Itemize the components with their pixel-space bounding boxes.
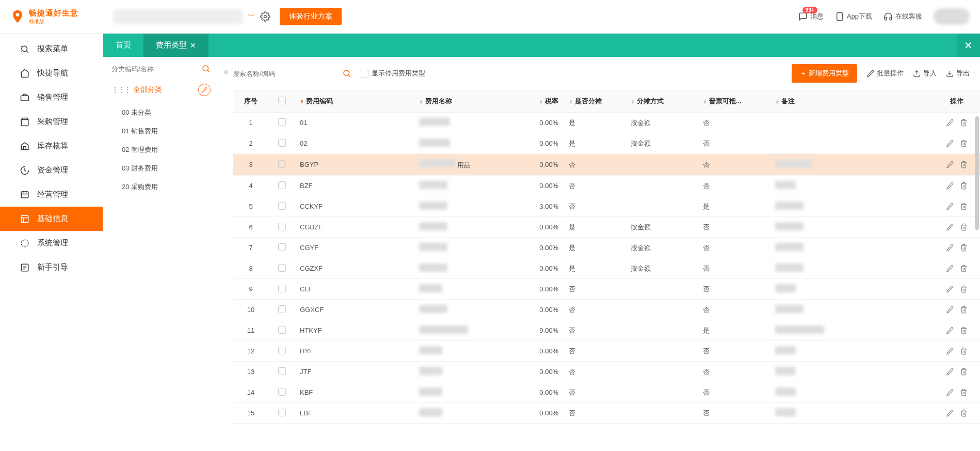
col-name[interactable]: ▲▼费用名称 [414,90,517,113]
edit-row-button[interactable] [946,203,954,210]
edit-row-button[interactable] [946,326,954,334]
checkbox-icon[interactable] [278,409,286,416]
table-row[interactable]: 6CGBZF0.00%是按金额否 [233,217,980,238]
cell-checkbox[interactable] [269,279,295,300]
delete-row-button[interactable] [960,161,968,168]
delete-row-button[interactable] [960,368,968,376]
col-seq[interactable]: 序号 [233,90,269,113]
delete-row-button[interactable] [960,265,968,272]
cell-checkbox[interactable] [269,341,295,362]
close-all-tabs[interactable]: ✕ [957,34,980,57]
table-row[interactable]: 8CGZXF0.00%是按金额否 [233,258,980,279]
tab-expense-type[interactable]: 费用类型 ✕ [143,34,208,57]
cell-checkbox[interactable] [269,196,295,217]
checkbox-icon[interactable] [278,305,286,313]
table-search[interactable] [233,69,351,78]
cell-checkbox[interactable] [269,403,295,424]
sidebar-item-business[interactable]: 经营管理 [0,182,103,207]
cell-checkbox[interactable] [269,176,295,196]
sidebar-item-basic-info[interactable]: 基础信息 [0,207,103,231]
col-code[interactable]: ▲▼费用编码 [295,90,414,113]
checkbox-icon[interactable] [278,243,286,251]
edit-row-button[interactable] [946,139,954,147]
category-item[interactable]: 01 销售费用 [103,122,219,141]
checkbox-icon[interactable] [278,388,286,396]
cell-checkbox[interactable] [269,133,295,154]
checkbox-icon[interactable] [278,367,286,375]
edit-row-button[interactable] [946,347,954,355]
edit-row-button[interactable] [946,265,954,272]
edit-row-button[interactable] [946,306,954,314]
table-row[interactable]: 1010.00%是按金额否 [233,113,980,133]
table-row[interactable]: 10GGXCF0.00%否否 [233,300,980,320]
gear-icon[interactable] [260,11,270,22]
table-row[interactable]: 13JTF0.00%否否 [233,362,980,382]
delete-row-button[interactable] [960,285,968,293]
col-share[interactable]: ▲▼是否分摊 [564,90,625,113]
tenant-selector[interactable]: ﹀ [114,9,255,24]
table-row[interactable]: 14KBF0.00%否否 [233,382,980,403]
edit-category-button[interactable] [198,84,211,96]
sidebar-item-quick-nav[interactable]: 快捷导航 [0,61,103,85]
cell-checkbox[interactable] [269,300,295,320]
sidebar-item-search-menu[interactable]: 搜索菜单 [0,37,103,61]
table-row[interactable]: 11HTKYF9.00%否是 [233,320,980,341]
category-search[interactable] [103,57,219,79]
table-row[interactable]: 2020.00%是按金额否 [233,133,980,154]
sidebar-item-purchase[interactable]: 采购管理 [0,110,103,134]
cell-checkbox[interactable] [269,113,295,133]
edit-row-button[interactable] [946,182,954,190]
delete-row-button[interactable] [960,223,968,231]
category-all[interactable]: ⋮⋮⋮ 全部分类 [111,85,162,95]
table-row[interactable]: 15LBF0.00%否否 [233,403,980,424]
table-search-input[interactable] [233,70,342,77]
messages-link[interactable]: 99+ 消息 [798,12,824,21]
scrollbar[interactable] [975,116,979,230]
table-row[interactable]: 3BGYP 用品0.00%否否 [233,154,980,176]
support-link[interactable]: 在线客服 [883,12,922,21]
cell-checkbox[interactable] [269,217,295,238]
show-disabled-checkbox[interactable]: 显示停用费用类型 [361,69,425,78]
checkbox-icon[interactable] [278,223,286,230]
col-rate[interactable]: ▲▼税率 [517,90,564,113]
delete-row-button[interactable] [960,388,968,396]
cell-checkbox[interactable] [269,320,295,341]
search-icon[interactable] [201,64,211,73]
chevron-down-icon[interactable]: ﹀ [248,12,255,21]
col-method[interactable]: ▲▼分摊方式 [625,90,698,113]
table-row[interactable]: 5CCKYF3.00%否是 [233,196,980,217]
search-icon[interactable] [342,69,351,78]
delete-row-button[interactable] [960,306,968,314]
add-expense-type-button[interactable]: ＋ 新增费用类型 [792,64,857,83]
tab-home[interactable]: 首页 [103,34,143,57]
checkbox-icon[interactable] [278,326,286,334]
table-row[interactable]: 12HYF0.00%否否 [233,341,980,362]
sidebar-item-inventory[interactable]: 库存核算 [0,134,103,158]
delete-row-button[interactable] [960,203,968,210]
edit-row-button[interactable] [946,409,954,417]
category-item[interactable]: 20 采购费用 [103,178,219,196]
delete-row-button[interactable] [960,326,968,334]
checkbox-icon[interactable] [278,118,286,126]
edit-row-button[interactable] [946,285,954,293]
delete-row-button[interactable] [960,139,968,147]
avatar[interactable] [934,8,970,25]
cell-checkbox[interactable] [269,362,295,382]
edit-row-button[interactable] [946,388,954,396]
sidebar-item-funds[interactable]: 资金管理 [0,158,103,182]
cell-checkbox[interactable] [269,238,295,258]
app-download-link[interactable]: App下载 [835,12,872,21]
category-item[interactable]: 00 未分类 [103,103,219,122]
col-checkbox[interactable] [269,90,295,113]
batch-action-button[interactable]: 批量操作 [866,69,904,78]
edit-row-button[interactable] [946,244,954,252]
cell-checkbox[interactable] [269,154,295,176]
import-button[interactable]: 导入 [913,69,937,78]
sidebar-item-sales[interactable]: 销售管理 [0,85,103,110]
checkbox-icon[interactable] [278,285,286,292]
trial-button[interactable]: 体验行业方案 [280,8,342,25]
delete-row-button[interactable] [960,347,968,355]
cell-checkbox[interactable] [269,382,295,403]
table-row[interactable]: 4BZF0.00%否否 [233,176,980,196]
checkbox-icon[interactable] [278,264,286,272]
